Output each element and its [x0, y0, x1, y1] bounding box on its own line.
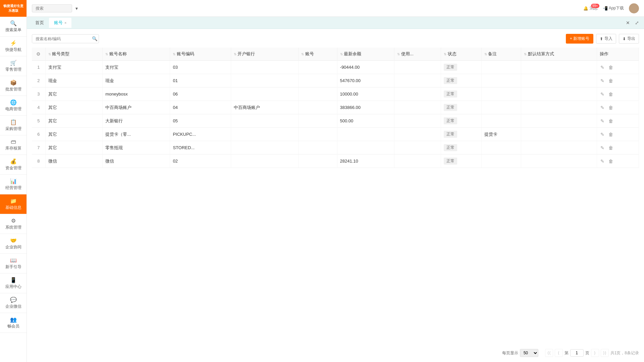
cell-account-type: 其它 [45, 128, 103, 141]
delete-button[interactable]: 🗑 [608, 144, 614, 151]
basic-info-icon: 📁 [2, 198, 25, 204]
col-bank[interactable]: ⇅ 开户银行 [231, 48, 298, 61]
sidebar-item-operations-mgmt[interactable]: 📊 经营管理 [0, 175, 26, 194]
col-balance[interactable]: ⇅ 最新余额 [337, 48, 394, 61]
col-usage[interactable]: ⇅ 使用... [394, 48, 441, 61]
sidebar-item-starter-guide[interactable]: 📖 新手引导 [0, 254, 26, 274]
cell-index: 8 [32, 155, 45, 168]
search-box: 🔍 [32, 34, 99, 43]
cell-usage [394, 128, 441, 141]
edit-button[interactable]: ✎ [600, 91, 605, 98]
tab-account[interactable]: 账号 × [49, 18, 71, 28]
edit-button[interactable]: ✎ [600, 118, 605, 124]
tab-home[interactable]: 首页 [30, 18, 49, 28]
pagination: 每页显示 50 100 200 ⟨⟨ ⟨ 第 页 ⟩ ⟩⟩ 共1页，8条记录 [32, 346, 639, 357]
delete-button[interactable]: 🗑 [608, 131, 614, 138]
retail-mgmt-icon: 🛒 [2, 60, 25, 66]
export-button[interactable]: ⬇ 导出 [619, 34, 639, 44]
sort-icon-code: ⇅ [173, 52, 175, 56]
delete-button[interactable]: 🗑 [608, 91, 614, 98]
tab-home-label: 首页 [35, 20, 44, 26]
tab-bar-actions: ✕ ⤢ [624, 19, 641, 26]
cell-balance: 547670.00 [337, 74, 394, 87]
col-account-code[interactable]: ⇅ 账号编码 [170, 48, 231, 61]
col-default-settlement[interactable]: ⇅ 默认结算方式 [521, 48, 597, 61]
page-size-control: 每页显示 50 100 200 [502, 349, 538, 357]
header-right: 🔔 消息 99+ 📲 App下载 [583, 3, 639, 13]
sort-icon-settlement: ⇅ [524, 52, 527, 56]
col-account-type[interactable]: ⇅ 账号类型 [45, 48, 103, 61]
cell-bank [231, 128, 298, 141]
column-settings-button[interactable]: ⚙ [35, 51, 42, 57]
cell-account-name: 支付宝 [103, 61, 170, 74]
import-button[interactable]: ⬆ 导入 [596, 34, 616, 44]
page-size-select[interactable]: 50 100 200 [520, 349, 538, 357]
col-account-no-label: 账号 [305, 51, 314, 56]
search-input[interactable] [32, 35, 89, 43]
sidebar-item-enterprise-wechat[interactable]: 💬 企业微信 [0, 293, 26, 313]
tab-account-close[interactable]: × [64, 21, 66, 25]
tab-close-all-button[interactable]: ✕ [624, 19, 632, 26]
delete-button[interactable]: 🗑 [608, 158, 614, 165]
col-account-name[interactable]: ⇅ 账号名称 [103, 48, 170, 61]
sidebar-item-ecommerce-mgmt[interactable]: 🌐 电商管理 [0, 96, 26, 116]
notification-button[interactable]: 🔔 消息 99+ [583, 5, 598, 11]
page-number-input[interactable] [570, 349, 584, 357]
new-account-button[interactable]: + 新增账号 [566, 34, 593, 44]
cell-account-type: 支付宝 [45, 61, 103, 74]
sidebar-label-starter-guide: 新手引导 [5, 264, 21, 269]
col-action-label: 操作 [600, 51, 608, 56]
cell-account-type: 其它 [45, 141, 103, 155]
sort-icon-balance: ⇅ [340, 52, 343, 56]
export-label: 导出 [627, 36, 635, 42]
action-buttons: ✎ 🗑 [600, 104, 636, 111]
edit-button[interactable]: ✎ [600, 104, 605, 111]
delete-button[interactable]: 🗑 [608, 118, 614, 124]
search-button[interactable]: 🔍 [89, 35, 99, 43]
top-search-input[interactable] [32, 4, 72, 12]
dropdown-button[interactable]: ▾ [75, 6, 78, 11]
edit-button[interactable]: ✎ [600, 64, 605, 71]
page-first-button[interactable]: ⟨⟨ [545, 349, 553, 357]
sidebar-item-purchase-mgmt[interactable]: 📋 采购管理 [0, 116, 26, 135]
cell-bank [231, 87, 298, 101]
edit-button[interactable]: ✎ [600, 144, 605, 151]
sort-icon-bank: ⇅ [234, 52, 236, 56]
sidebar-item-search-menu[interactable]: 🔍 搜索菜单 [0, 17, 26, 37]
col-remark[interactable]: ⇅ 备注 [481, 48, 521, 61]
cell-remark [481, 101, 521, 114]
sidebar-item-inventory-calc[interactable]: 🗃 库存核算 [0, 135, 26, 155]
sidebar-item-system-mgmt[interactable]: ⚙ 系统管理 [0, 214, 26, 234]
header-left: ▾ [32, 4, 78, 12]
import-icon: ⬆ [600, 37, 603, 41]
edit-button[interactable]: ✎ [600, 131, 605, 138]
sidebar-item-quick-nav[interactable]: ⚡ 快捷导航 [0, 37, 26, 56]
user-avatar[interactable] [629, 3, 639, 13]
cell-remark [481, 141, 521, 155]
sidebar-item-membership[interactable]: 👥 畅会员 [0, 313, 26, 333]
sidebar-item-app-center[interactable]: 📱 应用中心 [0, 274, 26, 293]
action-buttons: ✎ 🗑 [600, 118, 636, 124]
sidebar-label-enterprise-wechat: 企业微信 [5, 304, 21, 309]
ecommerce-mgmt-icon: 🌐 [2, 99, 25, 106]
sidebar-item-wholesale-mgmt[interactable]: 📦 批发管理 [0, 76, 26, 96]
system-mgmt-icon: ⚙ [2, 218, 25, 224]
edit-button[interactable]: ✎ [600, 77, 605, 84]
col-status[interactable]: ⇅ 状态 [441, 48, 481, 61]
page-next-button[interactable]: ⟩ [591, 349, 599, 357]
page-prev-button[interactable]: ⟨ [555, 349, 563, 357]
edit-button[interactable]: ✎ [600, 158, 605, 165]
sidebar-item-finance-mgmt[interactable]: 💰 资金管理 [0, 155, 26, 175]
app-download-button[interactable]: 📲 App下载 [603, 5, 624, 11]
delete-button[interactable]: 🗑 [608, 64, 614, 71]
page-last-button[interactable]: ⟩⟩ [601, 349, 609, 357]
col-action: 操作 [597, 48, 639, 61]
sidebar-item-retail-mgmt[interactable]: 🛒 零售管理 [0, 56, 26, 76]
cell-account-no [298, 141, 337, 155]
sidebar-item-basic-info[interactable]: 📁 基础信息 [0, 194, 26, 214]
delete-button[interactable]: 🗑 [608, 77, 614, 84]
col-account-no[interactable]: ⇅ 账号 [298, 48, 337, 61]
delete-button[interactable]: 🗑 [608, 104, 614, 111]
tab-maximize-button[interactable]: ⤢ [633, 19, 641, 26]
sidebar-item-enterprise-agreement[interactable]: 🤝 企业协同 [0, 234, 26, 254]
